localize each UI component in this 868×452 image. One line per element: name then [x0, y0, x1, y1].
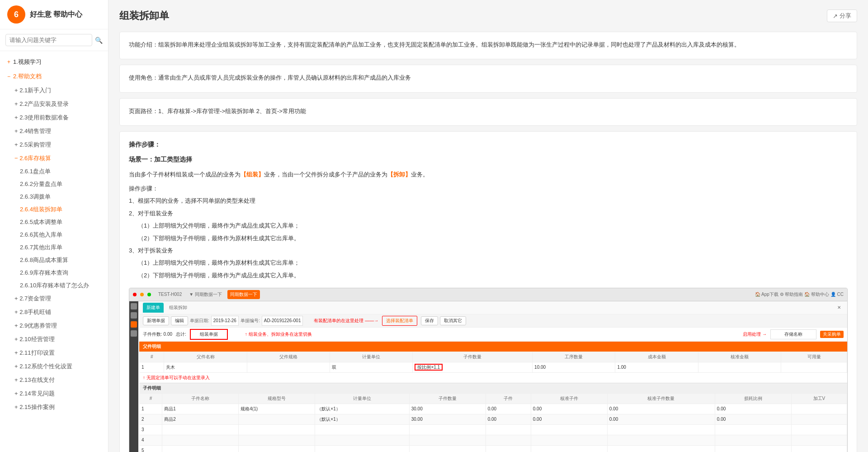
- mock-ann-manual: ↑ 无固定清单可以手动在这里录入: [139, 373, 847, 383]
- mock-type-selector-wrap: 组装单据: [190, 329, 228, 340]
- mock-th-proc-qty: 工序数量: [533, 352, 615, 362]
- sidebar-item-2-2[interactable]: + 2.2产品安装及登录: [0, 97, 108, 111]
- ops-steps-title: 操作步骤：: [129, 183, 848, 194]
- sidebar-item-2-3[interactable]: + 2.3使用前数据准备: [0, 111, 108, 124]
- search-input[interactable]: [5, 34, 92, 46]
- mock-th-no: #: [140, 352, 164, 362]
- sidebar-item-2-10[interactable]: + 2.10经营管理: [0, 333, 108, 346]
- sidebar-item-2-6-5[interactable]: 2.6.5成本调整单: [0, 216, 108, 228]
- mock-th-parent-spec: 父件规格: [247, 352, 330, 362]
- step2-sub1: （1）上部明细为父件明细，最终作为产成品生成其它入库单；: [129, 220, 848, 231]
- scenario1-desc: 当由多个子件材料组装成一个成品的业务为【组装】业务，当由一个父件拆分成多个子产品…: [129, 169, 848, 180]
- mock-th-avail: 可用量: [781, 352, 847, 362]
- step2: 2、对于组装业务: [129, 208, 848, 219]
- sidebar-item-2-13[interactable]: + 2.13在线支付: [0, 373, 108, 387]
- sidebar-item-2-15[interactable]: + 2.15操作案例: [0, 400, 108, 414]
- main-content: 组装拆卸单 ↗ 分享 功能介绍：组装拆卸单用来处理企业组装或拆卸等加工业务，支持…: [108, 0, 868, 452]
- sidebar-item-label: 1.视频学习: [13, 58, 42, 66]
- intro-text: 功能介绍：组装拆卸单用来处理企业组装或拆卸等加工业务，支持有固定装配清单的产品加…: [129, 39, 848, 50]
- sidebar-item-2-6-7[interactable]: 2.6.7其他出库单: [0, 241, 108, 254]
- sidebar-item-2-11[interactable]: + 2.11打印设置: [0, 346, 108, 360]
- sidebar-item-2-6-3[interactable]: 2.6.3调拨单: [0, 190, 108, 203]
- sidebar-item-2-9[interactable]: + 2.9优惠券管理: [0, 319, 108, 333]
- plus-icon: +: [14, 336, 19, 343]
- mock-qty-cell-red: 按比例×1.1: [415, 364, 443, 371]
- sidebar-item-2-4[interactable]: + 2.4销售管理: [0, 124, 108, 138]
- mock-sub-th-unit: 计量单位: [315, 394, 409, 404]
- ops-steps: 操作步骤： 1、根据不同的业务，选择不同单据的类型来处理 2、对于组装业务 （1…: [129, 183, 848, 281]
- sidebar-item-2-6-1[interactable]: 2.6.1盘点单: [0, 165, 108, 178]
- search-box: 🔍: [0, 29, 108, 51]
- mock-type-value: 组装单据: [190, 329, 228, 340]
- plus-icon: +: [14, 295, 19, 302]
- mock-upper-table: # 父件名称 父件规格 计量单位 子件数量 工序数量 成本金额 核准金额 可用量: [139, 352, 847, 373]
- sidebar-item-2-14[interactable]: + 2.14常见问题: [0, 387, 108, 400]
- sidebar-header: 6 好生意 帮助中心: [0, 0, 108, 29]
- mock-batch-btn[interactable]: 关采购单: [820, 331, 844, 338]
- sidebar-item-2-6-4[interactable]: 2.6.4组装拆卸单: [0, 203, 108, 216]
- mock-sub-th-loss: 损耗比例: [715, 394, 791, 404]
- sidebar-item-video[interactable]: + 1.视频学习: [0, 55, 108, 69]
- close-dot: [133, 293, 137, 296]
- mock-lower-table: # 子件名称 规格型号 计量单位 子件数量 子件 核准子件 核准子件数量 损耗比…: [139, 393, 847, 452]
- sidebar-item-2-6[interactable]: − 2.6库存核算: [0, 152, 108, 165]
- mock-orange-btn: 同期数据一下: [227, 290, 260, 299]
- mock-lower-section: 子件明细: [139, 383, 847, 393]
- mock-toolbar: 新增单据 编辑 单据日期: 2019-12-26 单据编号: AD-201912…: [139, 314, 847, 328]
- mock-mini-nav: [129, 301, 138, 452]
- step2-sub2: （2）下部明细为子件明细，最终作为原材料生成其它出库单。: [129, 233, 848, 243]
- mock-system-label: TEST-H002: [158, 290, 182, 299]
- sidebar-item-2-1[interactable]: + 2.1新手入门: [0, 84, 108, 97]
- mock-sub-row-1: 1 商品1 规格4(1) （默认×1） 30.00 0.00 0.00 0.00…: [140, 404, 847, 414]
- max-dot: [147, 293, 151, 296]
- mock-sub-row-3: 3: [140, 425, 847, 435]
- site-title: 好生意 帮助中心: [30, 10, 82, 19]
- mock-th-approved: 核准金额: [698, 352, 781, 362]
- plus-icon: +: [7, 59, 10, 65]
- role-text: 使用角色：通常由生产人员或库管人员完成拆装业务的操作，库管人员确认原材料的出库和…: [129, 72, 848, 83]
- sidebar-item-2-8[interactable]: + 2.8手机旺铺: [0, 305, 108, 319]
- mock-sub-row-5: 5: [140, 446, 847, 452]
- sidebar-item-2-6-9[interactable]: 2.6.9库存账本查询: [0, 266, 108, 279]
- mock-ann-batch: 启用处理 →: [743, 330, 767, 338]
- plus-icon: +: [14, 349, 19, 356]
- sidebar-item-2-7[interactable]: + 2.7资金管理: [0, 292, 108, 305]
- search-icon[interactable]: 🔍: [95, 37, 103, 44]
- sidebar-item-2-12[interactable]: + 2.12系统个性化设置: [0, 360, 108, 373]
- sidebar-item-2-6-2[interactable]: 2.6.2分量盘点单: [0, 178, 108, 190]
- scenario1-title: 场景一：加工类型选择: [129, 154, 848, 165]
- screenshot-mockup: TEST-H002 ▼ 同期数据一下 同期数据一下 🏠 App下载 ⚙ 帮助指南…: [129, 288, 848, 452]
- share-button[interactable]: ↗ 分享: [827, 10, 857, 22]
- sidebar-item-2-6-8[interactable]: 2.6.8商品成本重算: [0, 254, 108, 266]
- mock-browser-bar: TEST-H002 ▼ 同期数据一下 同期数据一下 🏠 App下载 ⚙ 帮助指南…: [129, 288, 847, 301]
- mock-nav-icon2: [131, 312, 137, 319]
- mock-btn-save[interactable]: 保存: [421, 316, 438, 325]
- mock-btn-edit[interactable]: 编辑: [171, 316, 188, 325]
- minus-icon: −: [14, 155, 19, 162]
- mock-tabs: 新建单 组装拆卸 ✕: [139, 301, 847, 314]
- sidebar-item-2-6-6[interactable]: 2.6.6其他入库单: [0, 228, 108, 241]
- mock-sub-th-name: 子件名称: [162, 394, 239, 404]
- min-dot: [140, 293, 144, 296]
- mock-btn-cancel[interactable]: 取消其它: [440, 316, 466, 325]
- sidebar-item-2-5[interactable]: + 2.5采购管理: [0, 138, 108, 152]
- path-text: 页面路径：1、库存核算->库存管理->组装拆卸单 2、首页->常用功能: [129, 106, 848, 116]
- step1: 1、根据不同的业务，选择不同单据的类型来处理: [129, 195, 848, 206]
- share-icon: ↗: [833, 13, 838, 19]
- mock-upper-row-1: 1 关木 双 按比例×1.1 10.00 1.00: [140, 362, 847, 373]
- mock-date-label: 单据日期:: [190, 317, 209, 325]
- sidebar-item-help-docs[interactable]: − 2.帮助文档: [0, 69, 108, 84]
- plus-icon: +: [14, 128, 19, 134]
- mock-config-btn: 选择装配清单: [382, 316, 417, 326]
- plus-icon: +: [14, 404, 19, 410]
- mock-btn-new[interactable]: 新增单据: [143, 316, 169, 325]
- intro-card: 功能介绍：组装拆卸单用来处理企业组装或拆卸等加工业务，支持有固定装配清单的产品加…: [119, 32, 857, 59]
- mock-field-row: 子件件数: 0.00 总计: 组装单据 ↑ 组装业务、拆卸业务在这里切换 启用处…: [139, 328, 847, 342]
- plus-icon: +: [14, 376, 19, 383]
- mock-sub-row-2: 2 商品2 （默认×1） 30.00 0.00 0.00 0.00 0.00: [140, 414, 847, 425]
- mock-sub-th-approved: 核准子件: [531, 394, 607, 404]
- mock-th-parent-name: 父件名称: [164, 352, 247, 362]
- sidebar-item-2-6-10[interactable]: 2.6.10库存账本错了怎么办: [0, 279, 108, 292]
- plus-icon: +: [14, 322, 19, 329]
- mock-total-label: 总计:: [176, 330, 186, 338]
